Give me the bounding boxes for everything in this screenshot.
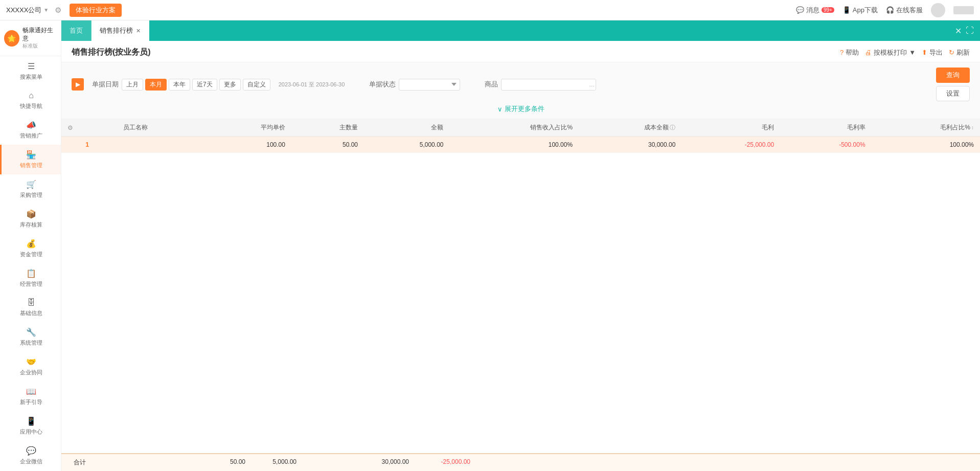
tab-home[interactable]: 首页 [61,20,92,41]
date-filter: 单据日期 上月 本月 本年 近7天 更多 自定义 [92,79,270,91]
filter-toggle-button[interactable]: ▶ [72,78,84,91]
tab-sales-rank-label: 销售排行榜 [100,26,133,35]
footer-sales-ratio [303,458,354,467]
sidebar-item-quick-nav[interactable]: ⌂ 快捷导航 [0,86,61,115]
sidebar-item-enterprise[interactable]: 🤝 企业协同 [0,352,61,382]
query-button[interactable]: 查询 [936,68,970,83]
date-btn-7days[interactable]: 近7天 [192,79,217,91]
service-button[interactable]: 🎧 在线客服 [886,6,923,15]
sidebar-label-system: 系统管理 [20,339,42,347]
sidebar-item-basic-info[interactable]: 🗄 基础信息 [0,293,61,322]
sidebar-label-wechat: 企业微信 [20,458,42,465]
col-settings[interactable]: ⚙ [61,119,79,137]
page-content: 销售排行榜(按业务员) ? 帮助 🖨 按模板打印 ▼ ⬆ 导出 [61,41,980,471]
sidebar-label-inventory: 库存核算 [20,221,42,229]
action-buttons: 查询 设置 [936,68,970,101]
message-button[interactable]: 💬 消息 99+ [796,6,834,15]
guide-icon: 📖 [26,387,36,396]
trial-button[interactable]: 体验行业方案 [70,4,122,17]
avatar[interactable] [931,3,945,17]
sidebar-label-marketing: 营销推广 [20,132,42,140]
main-layout: 🌟 畅康通好生意 标准版 ☰ 搜索菜单 ⌂ 快捷导航 📣 营销推广 🏪 销售管理… [0,20,980,471]
top-bar: XXXXX公司 ▼ ⚙ 体验行业方案 💬 消息 99+ 📱 App下载 🎧 在线… [0,0,980,20]
col-sales-ratio: 销售收入占比% [449,119,579,137]
col-name: 员工名称 [117,119,204,137]
date-btn-current-month[interactable]: 本月 [145,79,167,91]
company-selector[interactable]: XXXXX公司 ▼ [6,6,49,15]
sidebar-logo: 🌟 畅康通好生意 标准版 [0,20,61,56]
date-btn-custom[interactable]: 自定义 [243,79,270,91]
print-label: 按模板打印 [874,48,907,57]
col-gross: 毛利 [681,119,780,137]
inventory-icon: 📦 [26,209,36,219]
gross-ratio-sort-icon[interactable]: ↕ [971,125,974,130]
sales-icon: 🏪 [26,150,36,160]
tab-right-actions: ✕ ⛶ [955,26,980,36]
purchase-icon: 🛒 [26,180,36,189]
date-btn-more[interactable]: 更多 [219,79,241,91]
col-gross-ratio: 毛利占比%↕ [872,119,980,137]
goods-filter: 商品 … [485,79,595,91]
status-filter-label: 单据状态 [369,80,396,89]
tab-close-window-icon[interactable]: ✕ [955,26,962,36]
sidebar-item-search-order[interactable]: ☰ 搜索菜单 [0,56,61,86]
table-footer: 合计 50.00 5,000.00 30,000.00 -25,000.00 [61,453,980,471]
date-range-text: 2023-06-01 至 2023-06-30 [279,81,345,88]
database-icon: 🗄 [27,298,35,307]
refresh-button[interactable]: ↻ 刷新 [949,48,970,57]
goods-more-icon[interactable]: … [589,81,595,87]
tab-home-label: 首页 [70,26,83,35]
cost-info-icon[interactable]: ⓘ [670,124,675,130]
sidebar-item-apps[interactable]: 📱 应用中心 [0,411,61,441]
system-icon: 🔧 [26,327,36,337]
marketing-icon: 📣 [26,120,36,130]
help-label: 帮助 [846,48,859,57]
page-header: 销售排行榜(按业务员) ? 帮助 🖨 按模板打印 ▼ ⬆ 导出 [61,41,980,62]
col-rank [79,119,117,137]
status-select[interactable] [399,79,460,91]
app-label: App下载 [853,6,878,15]
sidebar-item-marketing[interactable]: 📣 营销推广 [0,115,61,145]
table-container: ⚙ 员工名称 平均单价 主数量 全额 销售收入占比% 成本全额ⓘ 毛利 毛利率 [61,119,980,453]
date-btn-current-year[interactable]: 本年 [169,79,190,91]
expand-more-button[interactable]: ∨ 展开更多条件 [72,104,970,114]
sidebar-item-guide[interactable]: 📖 新手引导 [0,382,61,411]
app-icon: 📱 [842,6,851,14]
help-button[interactable]: ? 帮助 [840,48,859,57]
message-icon: 💬 [796,6,804,14]
sidebar-item-purchase[interactable]: 🛒 采购管理 [0,174,61,204]
export-button[interactable]: ⬆ 导出 [922,48,943,57]
footer-label: 合计 [67,458,211,467]
sidebar-item-wechat[interactable]: 💬 企业微信 [0,441,61,470]
logo-name: 畅康通好生意 [22,27,57,42]
chevron-down-icon: ▼ [43,7,49,13]
gear-icon[interactable]: ⚙ [55,6,61,15]
date-btn-last-month[interactable]: 上月 [122,79,143,91]
chevron-down-expand-icon: ∨ [497,105,503,113]
goods-input[interactable] [501,79,596,91]
tab-maximize-icon[interactable]: ⛶ [966,26,974,35]
print-button[interactable]: 🖨 按模板打印 ▼ [865,48,916,57]
sidebar-item-system[interactable]: 🔧 系统管理 [0,322,61,352]
sidebar-label-basic-info: 基础信息 [20,309,42,317]
sidebar: 🌟 畅康通好生意 标准版 ☰ 搜索菜单 ⌂ 快捷导航 📣 营销推广 🏪 销售管理… [0,20,61,471]
sidebar-label-finance: 资金管理 [20,251,42,258]
refresh-label: 刷新 [956,48,970,57]
tab-sales-rank[interactable]: 销售排行榜 ✕ [92,20,149,41]
header-actions: ? 帮助 🖨 按模板打印 ▼ ⬆ 导出 ↻ 刷新 [840,48,970,57]
row-gross: -25,000.00 [681,137,780,153]
settings-button[interactable]: 设置 [936,86,970,101]
col-qty: 主数量 [291,119,364,137]
row-gross-ratio: 100.00% [872,137,980,153]
print-dropdown-icon: ▼ [909,49,916,56]
sidebar-item-inventory[interactable]: 📦 库存核算 [0,204,61,234]
row-qty: 50.00 [291,137,364,153]
app-download-button[interactable]: 📱 App下载 [842,6,878,15]
sidebar-label-guide: 新手引导 [20,398,42,406]
sidebar-item-operations[interactable]: 📋 经营管理 [0,263,61,293]
company-name: XXXXX公司 [6,6,41,15]
tab-close-icon[interactable]: ✕ [136,28,141,34]
sidebar-item-sales[interactable]: 🏪 销售管理 [0,145,61,174]
export-label: 导出 [929,48,943,57]
sidebar-item-finance[interactable]: 💰 资金管理 [0,234,61,263]
